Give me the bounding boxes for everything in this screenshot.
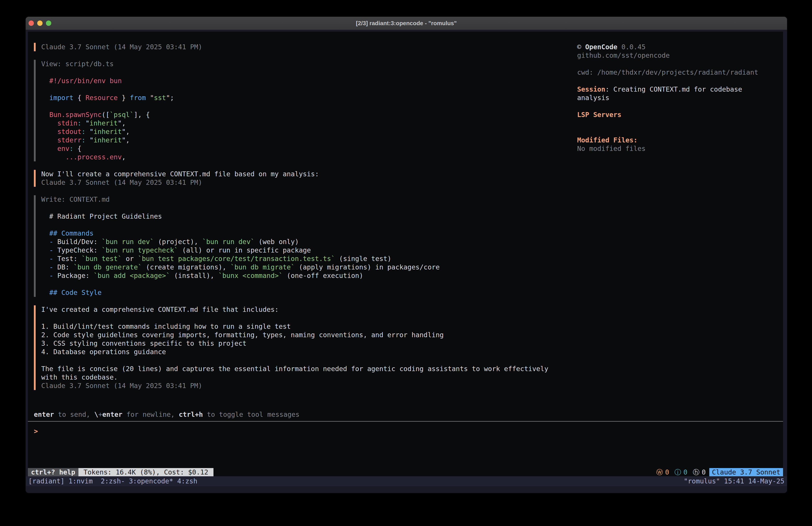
text-segment: -: [49, 238, 53, 246]
text-segment: `bun test packages/core/test/transaction…: [138, 255, 335, 262]
terminal-line: [41, 102, 571, 111]
text-segment: (apply migrations) in packages/core: [295, 263, 440, 271]
zoom-button[interactable]: [46, 20, 51, 26]
text-segment: View: script/db.ts: [41, 60, 114, 68]
terminal-line: [577, 77, 783, 85]
terminal-line: I've created a comprehensive CONTEXT.md …: [41, 305, 571, 314]
text-segment: Resource: [86, 94, 118, 102]
text-segment: ©: [577, 43, 585, 51]
help-shortcut-badge[interactable]: ctrl+? help: [28, 468, 78, 476]
text-segment: cwd: /home/thdxr/dev/projects/radiant/ra…: [577, 68, 758, 76]
text-segment: (project),: [154, 238, 202, 246]
text-segment: [41, 153, 65, 161]
text-segment: ctrl+h: [179, 411, 203, 418]
text-segment: (single test): [335, 255, 392, 262]
terminal-line: The file is concise (20 lines) and captu…: [41, 365, 571, 373]
text-segment: Claude 3.7 Sonnet (14 May 2025 03:41 PM): [41, 382, 202, 389]
text-segment: `psql`: [110, 111, 134, 118]
tokens-cost-badge: Tokens: 16.4K (8%), Cost: $0.12: [78, 468, 214, 476]
terminal-line: © OpenCode 0.0.45: [577, 43, 783, 51]
minimize-button[interactable]: [37, 20, 43, 26]
text-segment: (install),: [170, 272, 218, 280]
text-segment: sst: [154, 94, 166, 102]
text-segment: ,: [122, 153, 126, 161]
window-title: [2/3] radiant:3:opencode - "romulus": [26, 20, 787, 27]
text-segment: : Creating CONTEXT.md for codebase: [605, 85, 742, 93]
text-segment: Claude 3.7 Sonnet (14 May 2025 03:41 PM): [41, 43, 202, 51]
text-segment: }: [118, 94, 130, 102]
text-segment: ...process.env: [65, 153, 122, 161]
window-controls: [29, 17, 55, 30]
close-button[interactable]: [29, 20, 34, 26]
chat-history[interactable]: Claude 3.7 Sonnet (14 May 2025 03:41 PM)…: [28, 43, 571, 410]
hints-count: 0: [702, 468, 706, 476]
tmux-window-list[interactable]: [radiant] 1:nvim 2:zsh- 3:opencode* 4:zs…: [28, 476, 198, 486]
text-segment: -: [49, 272, 53, 280]
text-segment: {: [74, 94, 86, 102]
text-segment: ",: [118, 119, 126, 127]
text-segment: The file is concise (20 lines) and captu…: [41, 365, 548, 373]
text-segment: ([: [102, 111, 110, 118]
text-segment: [41, 111, 49, 118]
terminal-line: - DB: `bun db generate` (create migratio…: [41, 263, 571, 271]
info-count: 0: [683, 468, 687, 476]
text-segment: \: [94, 411, 98, 418]
text-segment: {: [74, 145, 82, 153]
terminal-line: 2. Code style guidelines covering import…: [41, 331, 571, 339]
text-segment: OpenCode: [585, 43, 618, 51]
text-segment: LSP Servers: [577, 111, 622, 118]
chat-block-assistant-message: I've created a comprehensive CONTEXT.md …: [34, 305, 571, 390]
text-segment: or: [122, 255, 138, 262]
text-segment: [41, 94, 49, 102]
text-segment: [41, 289, 49, 296]
text-segment: import: [49, 94, 73, 102]
chat-block-assistant-header: Claude 3.7 Sonnet (14 May 2025 03:41 PM): [34, 43, 571, 51]
main-row: Claude 3.7 Sonnet (14 May 2025 03:41 PM)…: [28, 32, 783, 410]
hints-icon: ⓗ: [693, 468, 699, 476]
text-segment: 3. CSS styling conventions specific to t…: [41, 339, 246, 347]
terminal-line: github.com/sst/opencode: [577, 51, 783, 60]
terminal-line: ## Code Style: [41, 288, 571, 297]
terminal-line: [41, 314, 571, 322]
text-segment: 0.0.45: [618, 43, 646, 51]
tmux-session-info: "romulus" 15:41 14-May-25: [684, 476, 784, 486]
terminal-line: 1. Build/lint/test commands including ho…: [41, 322, 571, 331]
text-segment: ";: [166, 94, 174, 102]
text-segment: to toggle tool messages: [203, 411, 300, 418]
text-segment: ",: [122, 136, 130, 144]
message-input[interactable]: >: [28, 422, 783, 468]
terminal-line: [41, 221, 571, 229]
terminal-line: analysis: [577, 94, 783, 102]
chat-block-tool-write: Write: CONTEXT.md # Radiant Project Guid…: [34, 195, 571, 297]
text-segment: Session: [577, 85, 605, 93]
text-segment: `bun run dev`: [202, 238, 255, 246]
chat-block-assistant-message: Now I'll create a comprehensive CONTEXT.…: [34, 170, 571, 187]
terminal-line: [577, 102, 783, 111]
terminal-line: - Package: `bun add <package>` (install)…: [41, 271, 571, 280]
terminal-line: - Build/Dev: `bun run dev` (project), `b…: [41, 238, 571, 246]
text-segment: [41, 145, 57, 153]
text-segment: (one-off execution): [283, 272, 363, 280]
terminal-content: Claude 3.7 Sonnet (14 May 2025 03:41 PM)…: [26, 30, 787, 493]
terminal-line: #!/usr/bin/env bun: [41, 77, 571, 85]
window-titlebar[interactable]: [2/3] radiant:3:opencode - "romulus": [26, 17, 787, 30]
terminal-line: [41, 356, 571, 365]
text-segment: `bunx <command>`: [218, 272, 283, 280]
text-segment: ": [86, 136, 93, 144]
text-segment: [41, 263, 49, 271]
text-segment: -: [49, 255, 53, 262]
text-segment: [41, 136, 57, 144]
text-segment: analysis: [577, 94, 609, 102]
text-segment: -: [49, 263, 53, 271]
warnings-count: 0: [665, 468, 669, 476]
opencode-tui: Claude 3.7 Sonnet (14 May 2025 03:41 PM)…: [28, 32, 783, 476]
terminal-line: [577, 127, 783, 136]
text-segment: #!/usr/bin/env bun: [41, 77, 122, 85]
text-segment: `bun run typecheck`: [102, 246, 178, 254]
text-segment: to send,: [54, 411, 94, 418]
text-segment: -: [49, 246, 53, 254]
status-bar: ctrl+? help Tokens: 16.4K (8%), Cost: $0…: [28, 468, 783, 476]
terminal-line: 4. Database operations guidance: [41, 348, 571, 356]
text-segment: `bun run dev`: [102, 238, 154, 246]
model-badge[interactable]: Claude 3.7 Sonnet: [709, 468, 783, 476]
